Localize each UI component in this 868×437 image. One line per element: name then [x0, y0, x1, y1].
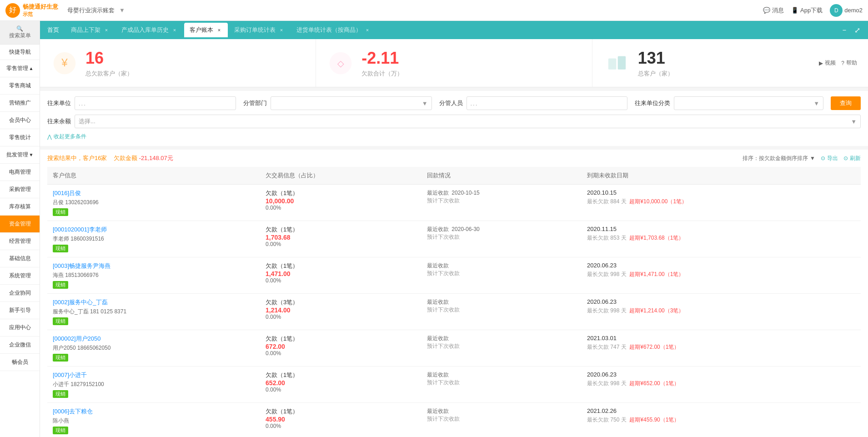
collection-label-4: 最近收款: [427, 335, 576, 342]
customer-name-link-4[interactable]: [000002]用户2050: [53, 335, 255, 343]
from-unit-input[interactable]: ...: [75, 96, 236, 110]
debt-amount-3: 1,214.00: [266, 306, 416, 314]
overdue-link-5[interactable]: 超期¥652.00（1笔）: [629, 380, 679, 387]
tag-xianjin-3: 现销: [53, 317, 68, 325]
tab-close-instock-product[interactable]: ×: [364, 27, 371, 33]
industry-selector[interactable]: 母婴行业演示账套: [67, 6, 115, 15]
sidebar-item-basic-info[interactable]: 基础信息: [0, 250, 40, 267]
customer-name-link-3[interactable]: [0002]服务中心_丁磊: [53, 298, 255, 306]
collection-next-5: 预计下次收款: [427, 379, 576, 387]
tab-customer-account[interactable]: 客户账本 ×: [184, 23, 228, 37]
collection-label-0: 最近收款 2020-10-15: [427, 189, 576, 197]
customer-phone-6: 陈小燕: [53, 417, 255, 425]
refresh-btn[interactable]: ⊙ 刷新: [843, 155, 861, 162]
dept-select[interactable]: ▼: [271, 96, 432, 110]
unit-category-select[interactable]: ▼: [674, 96, 823, 110]
owe-amount-label: 欠款合计（万）: [361, 70, 581, 78]
export-btn[interactable]: ⊙ 导出: [821, 155, 838, 162]
manager-input[interactable]: ...: [467, 96, 628, 110]
sidebar-item-app-center[interactable]: 应用中心: [0, 319, 40, 337]
search-btn[interactable]: 查询: [831, 96, 861, 110]
tab-home[interactable]: 首页: [42, 23, 65, 37]
card-actions: ▶ 视频 ? 帮助: [819, 59, 857, 67]
overdue-info-3: 最长欠款 998 天 超期¥1,214.00（3笔）: [587, 307, 855, 315]
customer-phone-2: 海燕 18513066976: [53, 271, 255, 279]
debt-percent-1: 0.00%: [266, 241, 416, 247]
sidebar-item-retail-mgmt[interactable]: 零售管理 ▲: [0, 60, 40, 77]
overdue-info-2: 最长欠款 998 天 超期¥1,471.00（1笔）: [587, 271, 855, 278]
tab-close-purchase[interactable]: ×: [278, 27, 285, 33]
customer-name-link-5[interactable]: [0007]小进千: [53, 371, 255, 379]
message-btn[interactable]: 💬 消息: [763, 6, 784, 15]
sidebar-item-enterprise-wechat[interactable]: 企业微信: [0, 337, 40, 354]
customer-name-link-6[interactable]: [0006]去下粮仓: [53, 407, 255, 416]
overdue-days-4: 最长欠款 747 天: [587, 344, 628, 350]
sidebar-search-btn[interactable]: 🔍 搜索菜单: [0, 21, 40, 45]
sidebar-item-capital[interactable]: 资金管理: [0, 216, 40, 233]
debt-amount-1: 1,703.68: [266, 234, 416, 241]
collection-next-1: 预计下次收款: [427, 233, 576, 241]
overdue-link-0[interactable]: 超期¥10,000.00（1笔）: [629, 198, 687, 205]
results-header: 搜索结果中，客户16家 欠款金额 -21,148.07元 排序：按欠款金额倒序排…: [47, 154, 861, 162]
collapse-btn[interactable]: ⋀ 收起更多条件: [47, 133, 861, 141]
due-date-0: 2020.10.15: [587, 189, 855, 196]
tab-maximize-btn[interactable]: ⤢: [852, 25, 863, 35]
cell-debt-2: 欠款（1笔） 1,471.00 0.00%: [260, 257, 421, 294]
cell-customer-0: [0016]吕俊 吕俊 13026203696 现销: [47, 185, 260, 221]
sidebar-item-batch-mgmt[interactable]: 批发管理 ▼: [0, 146, 40, 164]
sidebar-item-ecommerce[interactable]: 电商管理: [0, 164, 40, 181]
tag-xianjin-4: 现销: [53, 354, 68, 362]
overdue-link-6[interactable]: 超期¥455.90（1笔）: [629, 417, 679, 423]
app-download-btn[interactable]: 📱 App下载: [791, 6, 823, 15]
sort-selector[interactable]: 排序：按欠款金额倒序排序 ▼: [743, 155, 815, 162]
sidebar-item-operation[interactable]: 经营管理: [0, 233, 40, 250]
customer-name-link-2[interactable]: [0003]畅捷服务尹海燕: [53, 262, 255, 270]
sidebar-item-system[interactable]: 系统管理: [0, 267, 40, 285]
filter-row-1: 往来单位 ... 分管部门 ▼: [47, 96, 861, 110]
help-btn[interactable]: ? 帮助: [841, 59, 857, 67]
overdue-info-0: 最长欠款 884 天 超期¥10,000.00（1笔）: [587, 198, 855, 206]
debt-amount-4: 672.00: [266, 343, 416, 350]
video-btn[interactable]: ▶ 视频: [819, 59, 836, 67]
user-profile-btn[interactable]: D demo2: [830, 4, 863, 17]
collection-next-4: 预计下次收款: [427, 342, 576, 350]
overdue-link-4[interactable]: 超期¥672.00（1笔）: [629, 344, 679, 350]
industry-dropdown-icon[interactable]: ▼: [119, 7, 125, 14]
export-icon: ⊙: [821, 155, 825, 161]
tab-products-off-shelf[interactable]: 商品上下架 ×: [65, 23, 115, 37]
sidebar-item-purchase[interactable]: 采购管理: [0, 181, 40, 198]
col-collection: 回款情况: [421, 167, 582, 185]
overdue-link-1[interactable]: 超期¥1,703.68（1笔）: [629, 235, 684, 241]
tab-close-customer-account[interactable]: ×: [216, 27, 222, 33]
customer-name-link-1[interactable]: [0001020001]李老师: [53, 226, 255, 234]
tab-minimize-btn[interactable]: －: [839, 25, 850, 35]
customer-phone-3: 服务中心_丁磊 181 0125 8371: [53, 308, 255, 316]
sidebar-item-retail-store[interactable]: 零售商城: [0, 77, 40, 95]
tab-instock-stats-by-product[interactable]: 进货单统计表（按商品） ×: [291, 23, 376, 37]
sidebar-item-new-guide[interactable]: 新手引导: [0, 302, 40, 319]
overdue-link-3[interactable]: 超期¥1,214.00（3笔）: [629, 307, 684, 314]
cell-collection-0: 最近收款 2020-10-15 预计下次收款: [421, 185, 582, 221]
sidebar-item-inventory[interactable]: 库存核算: [0, 198, 40, 216]
sidebar-item-member-vip[interactable]: 畅会员: [0, 354, 40, 371]
col-due-date: 到期未收款日期: [582, 167, 861, 185]
sidebar-item-marketing[interactable]: 营销推广: [0, 95, 40, 112]
cell-due-2: 2020.06.23 最长欠款 998 天 超期¥1,471.00（1笔）: [582, 257, 861, 294]
balance-dropdown[interactable]: 选择... ▼: [75, 115, 861, 128]
tab-product-instock-history[interactable]: 产成品入库单历史 ×: [116, 23, 183, 37]
tab-purchase-order-stats[interactable]: 采购订单统计表 ×: [229, 23, 290, 37]
arrow-icon-batch: ▼: [29, 152, 34, 157]
sidebar-item-enterprise-collab[interactable]: 企业协同: [0, 285, 40, 302]
customer-name-link-0[interactable]: [0016]吕俊: [53, 189, 255, 197]
sidebar-item-member-center[interactable]: 会员中心: [0, 112, 40, 129]
arrow-icon: ▲: [29, 66, 34, 71]
tab-close-instock[interactable]: ×: [171, 27, 178, 33]
tab-close-products[interactable]: ×: [103, 27, 110, 33]
sidebar-quick-nav[interactable]: 快捷导航: [0, 45, 40, 60]
sidebar-item-retail-stats[interactable]: 零售统计: [0, 129, 40, 146]
overdue-info-5: 最长欠款 998 天 超期¥652.00（1笔）: [587, 380, 855, 387]
overdue-link-2[interactable]: 超期¥1,471.00（1笔）: [629, 271, 684, 277]
collection-label-1: 最近收款 2020-06-30: [427, 226, 576, 233]
debt-percent-3: 0.00%: [266, 314, 416, 320]
cell-due-0: 2020.10.15 最长欠款 884 天 超期¥10,000.00（1笔）: [582, 185, 861, 221]
